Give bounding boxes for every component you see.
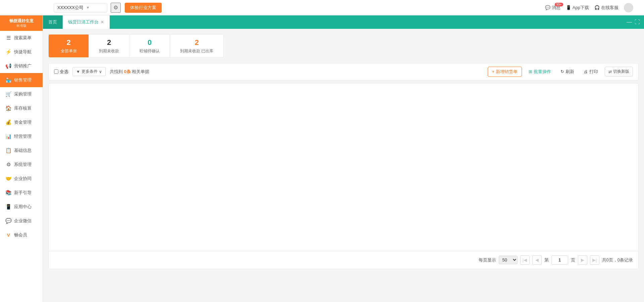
online-service-action[interactable]: 🎧 在线客服 — [594, 5, 619, 11]
message-action[interactable]: 💬 消息 99+ — [545, 5, 560, 11]
tab-workbench-label: 钱货日清工作台 — [68, 19, 99, 25]
batch-icon: ⊞ — [529, 69, 532, 74]
service-icon: 🎧 — [594, 5, 600, 10]
filter-button[interactable]: ▼ 更多条件 ∨ — [72, 67, 106, 76]
settings-button[interactable]: ⚙ — [111, 3, 121, 13]
switch-version-button[interactable]: ⇄ 切换新版 — [605, 67, 633, 76]
main-content: 2 全部单据 2 到期未收款 0 旺铺待确认 2 到期未收款 已出库 全选 ▼ … — [43, 29, 644, 302]
sidebar-item-cooperation[interactable]: 🤝 企业协同 — [0, 172, 43, 186]
search-menu-icon: ☰ — [5, 35, 11, 41]
found-text: 共找到 0条 相关单据 — [110, 69, 149, 75]
found-count: 0条 — [124, 69, 131, 74]
table-area: 每页显示 50 100 200 |◀ ◀ 第 页 ▶ ▶| 共0页，0条记录 — [48, 83, 639, 269]
sidebar-label-base-info: 基础信息 — [14, 147, 32, 154]
sidebar-label-cooperation: 企业协同 — [14, 176, 32, 182]
sidebar-logo: 畅捷通好生意 标准版 — [0, 15, 43, 31]
sidebar-item-operations[interactable]: 📊 经营管理 — [0, 129, 43, 143]
app-download-label: App下载 — [573, 5, 589, 11]
sidebar-item-member[interactable]: V 畅会员 — [0, 228, 43, 242]
stat-num-pending: 0 — [140, 38, 160, 48]
next-page-button[interactable]: ▶ — [578, 255, 587, 265]
sidebar-label-sales: 销售管理 — [14, 77, 32, 83]
checkbox-input[interactable] — [54, 69, 58, 74]
minimize-icon[interactable]: — — [627, 19, 632, 25]
refresh-button[interactable]: ↻ 刷新 — [558, 67, 577, 76]
purchase-icon: 🛒 — [5, 91, 11, 97]
app-center-icon: 📱 — [5, 204, 11, 210]
member-icon: V — [5, 233, 11, 238]
sidebar-item-search-menu[interactable]: ☰ 搜索菜单 — [0, 31, 43, 45]
maximize-icon[interactable]: ⛶ — [635, 19, 640, 25]
message-badge: 99+ — [555, 3, 563, 6]
sidebar-label-purchase: 采购管理 — [14, 91, 32, 97]
sidebar-item-guide[interactable]: 📚 新手引导 — [0, 186, 43, 200]
sidebar-label-system: 系统管理 — [14, 162, 32, 168]
sidebar-item-quick-nav[interactable]: ⚡ 快捷导航 — [0, 45, 43, 59]
page-number-input[interactable] — [551, 255, 568, 265]
trial-button[interactable]: 体验行业方案 — [125, 3, 162, 13]
found-suffix: 相关单据 — [132, 69, 149, 74]
first-page-button[interactable]: |◀ — [520, 255, 530, 265]
sidebar-item-inventory[interactable]: 🏠 库存核算 — [0, 101, 43, 115]
refresh-label: 刷新 — [566, 69, 574, 75]
print-button[interactable]: 🖨 打印 — [581, 67, 601, 76]
sidebar-label-guide: 新手引导 — [14, 190, 32, 196]
top-header: XXXXXX公司 ▼ ⚙ 体验行业方案 💬 消息 99+ 📱 App下载 🎧 在… — [0, 0, 644, 15]
print-label: 打印 — [589, 69, 598, 75]
sidebar-label-inventory: 库存核算 — [14, 105, 32, 111]
empty-table-body — [49, 83, 638, 251]
stat-tab-overdue[interactable]: 2 到期未收款 — [89, 35, 129, 57]
sidebar: 畅捷通好生意 标准版 ☰ 搜索菜单 ⚡ 快捷导航 📢 营销推广 🏪 销售管理 🛒… — [0, 0, 43, 302]
sidebar-label-finance: 资金管理 — [14, 119, 32, 125]
last-page-button[interactable]: ▶| — [590, 255, 599, 265]
guide-icon: 📚 — [5, 190, 11, 196]
sidebar-item-app-center[interactable]: 📱 应用中心 — [0, 200, 43, 214]
stat-label-pending: 旺铺待确认 — [140, 48, 160, 54]
switch-icon: ⇄ — [608, 69, 612, 74]
prev-page-button[interactable]: ◀ — [532, 255, 542, 265]
avatar[interactable] — [624, 3, 633, 12]
app-download-action[interactable]: 📱 App下载 — [566, 5, 589, 11]
tab-close-icon[interactable]: ✕ — [101, 20, 104, 24]
stat-num-all: 2 — [59, 38, 78, 48]
page-label: 第 — [544, 257, 549, 263]
sidebar-label-member: 畅会员 — [14, 232, 27, 238]
select-all-label: 全选 — [60, 69, 68, 75]
page-suffix: 页 — [571, 257, 575, 263]
stat-num-overdue-shipped: 2 — [180, 38, 213, 48]
stat-tab-pending[interactable]: 0 旺铺待确认 — [129, 35, 170, 57]
total-records: 共0页，0条记录 — [602, 257, 633, 263]
toolbar-right: + 新增销货单 ⊞ 批量操作 ↻ 刷新 🖨 打印 ⇄ 切换新版 — [488, 67, 633, 77]
weixin-icon: 💬 — [5, 218, 11, 224]
stat-tab-overdue-shipped[interactable]: 2 到期未收款 已出库 — [170, 35, 223, 57]
company-selector[interactable]: XXXXXX公司 ▼ — [54, 3, 107, 12]
sidebar-item-purchase[interactable]: 🛒 采购管理 — [0, 87, 43, 101]
finance-icon: 💰 — [5, 119, 11, 125]
sidebar-item-finance[interactable]: 💰 资金管理 — [0, 115, 43, 129]
marketing-icon: 📢 — [5, 63, 11, 69]
stat-label-overdue-shipped: 到期未收款 已出库 — [180, 48, 213, 54]
online-service-label: 在线客服 — [601, 5, 619, 11]
sidebar-item-base-info[interactable]: 📋 基础信息 — [0, 143, 43, 158]
switch-label: 切换新版 — [613, 69, 629, 74]
batch-operation-button[interactable]: ⊞ 批量操作 — [526, 67, 554, 76]
sidebar-item-weixin[interactable]: 💬 企业微信 — [0, 214, 43, 228]
pagination: 每页显示 50 100 200 |◀ ◀ 第 页 ▶ ▶| 共0页，0条记录 — [49, 251, 638, 269]
stat-num-overdue: 2 — [99, 38, 119, 48]
refresh-icon: ↻ — [560, 69, 564, 74]
header-right: 💬 消息 99+ 📱 App下载 🎧 在线客服 — [545, 3, 639, 12]
stat-tab-all[interactable]: 2 全部单据 — [49, 35, 89, 57]
sidebar-item-marketing[interactable]: 📢 营销推广 — [0, 59, 43, 73]
sidebar-label-quick-nav: 快捷导航 — [14, 49, 32, 55]
tab-home[interactable]: 首页 — [43, 15, 63, 29]
sidebar-item-sales[interactable]: 🏪 销售管理 — [0, 73, 43, 87]
sidebar-item-system[interactable]: ⚙ 系统管理 — [0, 158, 43, 172]
tab-home-label: 首页 — [48, 19, 57, 25]
stat-label-overdue: 到期未收款 — [99, 48, 119, 54]
new-sales-order-button[interactable]: + 新增销货单 — [488, 67, 522, 77]
select-all-checkbox[interactable]: 全选 — [54, 69, 68, 75]
per-page-select[interactable]: 50 100 200 — [499, 256, 518, 264]
chevron-down-icon: ▼ — [86, 6, 90, 9]
tab-workbench[interactable]: 钱货日清工作台 ✕ — [63, 15, 110, 29]
company-name: XXXXXX公司 — [57, 5, 84, 11]
